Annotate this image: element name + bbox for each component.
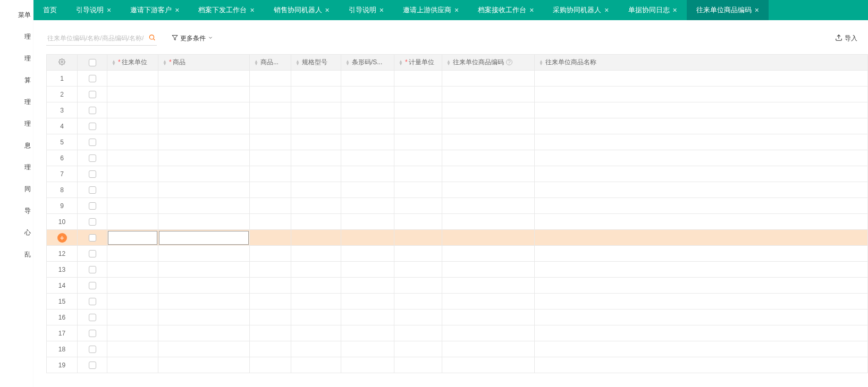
cell[interactable]: [107, 214, 158, 230]
cell[interactable]: [107, 246, 158, 262]
row-checkbox-cell[interactable]: [78, 198, 107, 214]
cell[interactable]: [107, 198, 158, 214]
cell[interactable]: [442, 357, 535, 373]
cell[interactable]: [250, 87, 291, 102]
column-checkbox-header[interactable]: [78, 55, 107, 71]
cell[interactable]: [341, 214, 394, 230]
cell[interactable]: [107, 102, 158, 118]
cell[interactable]: [442, 230, 535, 246]
cell[interactable]: [107, 309, 158, 325]
column-unit[interactable]: ▲▼*计量单位: [394, 55, 442, 71]
cell[interactable]: [291, 102, 341, 118]
cell[interactable]: [158, 118, 250, 134]
cell[interactable]: [107, 134, 158, 150]
tab[interactable]: 往来单位商品编码×: [687, 0, 769, 20]
tab[interactable]: 采购协同机器人×: [543, 0, 618, 20]
cell[interactable]: [158, 134, 250, 150]
close-icon[interactable]: ×: [250, 6, 254, 14]
cell[interactable]: [250, 309, 291, 325]
cell[interactable]: [107, 278, 158, 294]
cell[interactable]: [107, 71, 158, 87]
cell[interactable]: [158, 262, 250, 278]
row-checkbox-cell[interactable]: [78, 118, 107, 134]
cell[interactable]: [291, 214, 341, 230]
cell[interactable]: [394, 71, 442, 87]
cell[interactable]: [442, 262, 535, 278]
cell[interactable]: [158, 87, 250, 102]
cell[interactable]: [442, 198, 535, 214]
cell[interactable]: [442, 166, 535, 182]
cell[interactable]: [158, 309, 250, 325]
row-checkbox-cell[interactable]: [78, 341, 107, 357]
cell[interactable]: [442, 87, 535, 102]
tab[interactable]: 邀请下游客户×: [121, 0, 189, 20]
cell[interactable]: [394, 262, 442, 278]
tab[interactable]: 档案接收工作台×: [468, 0, 543, 20]
row-checkbox-cell[interactable]: [78, 309, 107, 325]
cell[interactable]: [291, 246, 341, 262]
sidebar-item[interactable]: 心: [0, 222, 33, 244]
cell[interactable]: [341, 71, 394, 87]
checkbox[interactable]: [89, 202, 96, 210]
column-partner-goods-name[interactable]: ▲▼往来单位商品名称: [535, 55, 868, 71]
cell[interactable]: [341, 118, 394, 134]
sidebar-item[interactable]: 理: [0, 48, 33, 70]
checkbox[interactable]: [89, 298, 96, 305]
cell[interactable]: [250, 294, 291, 309]
cell[interactable]: [535, 325, 868, 341]
cell[interactable]: [158, 325, 250, 341]
cell[interactable]: [291, 134, 341, 150]
cell[interactable]: [535, 309, 868, 325]
cell[interactable]: [394, 278, 442, 294]
cell[interactable]: [394, 294, 442, 309]
cell[interactable]: [394, 182, 442, 198]
cell[interactable]: [250, 262, 291, 278]
cell[interactable]: [107, 182, 158, 198]
editable-cell[interactable]: [159, 231, 249, 245]
tab[interactable]: 首页: [33, 0, 66, 20]
checkbox[interactable]: [89, 282, 96, 289]
cell[interactable]: [341, 182, 394, 198]
cell[interactable]: [394, 198, 442, 214]
sidebar-item[interactable]: 同: [0, 178, 33, 200]
cell[interactable]: [535, 134, 868, 150]
cell[interactable]: [291, 262, 341, 278]
cell[interactable]: [442, 102, 535, 118]
cell[interactable]: [250, 134, 291, 150]
cell[interactable]: [442, 278, 535, 294]
row-checkbox-cell[interactable]: [78, 134, 107, 150]
cell[interactable]: [442, 214, 535, 230]
sidebar-item[interactable]: 理: [0, 91, 33, 113]
cell[interactable]: [394, 357, 442, 373]
cell[interactable]: [394, 102, 442, 118]
close-icon[interactable]: ×: [755, 6, 759, 14]
sidebar-item[interactable]: 理: [0, 157, 33, 178]
cell[interactable]: [107, 341, 158, 357]
checkbox[interactable]: [89, 362, 96, 369]
cell[interactable]: [394, 150, 442, 166]
cell[interactable]: [250, 118, 291, 134]
cell[interactable]: [250, 325, 291, 341]
close-icon[interactable]: ×: [325, 6, 330, 14]
cell[interactable]: [535, 262, 868, 278]
cell[interactable]: [158, 230, 250, 246]
row-checkbox-cell[interactable]: [78, 246, 107, 262]
sidebar-item[interactable]: 乱: [0, 244, 33, 265]
cell[interactable]: [341, 102, 394, 118]
checkbox[interactable]: [89, 107, 96, 114]
cell[interactable]: [535, 230, 868, 246]
cell[interactable]: [250, 102, 291, 118]
cell[interactable]: [341, 357, 394, 373]
cell[interactable]: [535, 357, 868, 373]
row-checkbox-cell[interactable]: [78, 150, 107, 166]
cell[interactable]: [535, 87, 868, 102]
cell[interactable]: [158, 341, 250, 357]
cell[interactable]: [341, 134, 394, 150]
checkbox[interactable]: [89, 314, 96, 321]
cell[interactable]: [341, 230, 394, 246]
tab[interactable]: 引导说明×: [339, 0, 393, 20]
search-input[interactable]: [46, 31, 157, 46]
cell[interactable]: [250, 230, 291, 246]
cell[interactable]: [341, 166, 394, 182]
row-checkbox-cell[interactable]: [78, 357, 107, 373]
